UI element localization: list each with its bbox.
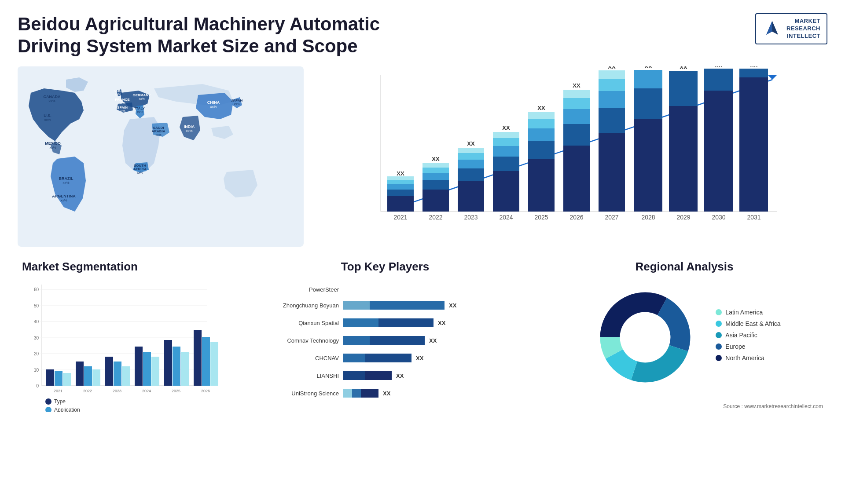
svg-text:xx%: xx% bbox=[137, 110, 143, 113]
svg-text:XX: XX bbox=[438, 320, 446, 326]
legend-north-america: North America bbox=[716, 354, 780, 362]
svg-text:MEXICO: MEXICO bbox=[45, 141, 61, 146]
svg-rect-85 bbox=[599, 70, 625, 79]
svg-text:ARABIA: ARABIA bbox=[151, 129, 165, 133]
svg-rect-142 bbox=[210, 342, 218, 386]
svg-text:XX: XX bbox=[715, 66, 723, 69]
svg-text:CHINA: CHINA bbox=[207, 100, 220, 105]
svg-rect-60 bbox=[493, 171, 519, 212]
svg-text:XX: XX bbox=[396, 373, 404, 379]
bar-chart-section: XX 2021 XX 2022 XX 2023 bbox=[312, 66, 827, 247]
legend-label-latin: Latin America bbox=[725, 309, 763, 316]
svg-text:Application: Application bbox=[54, 407, 80, 412]
svg-text:Comnav Technology: Comnav Technology bbox=[287, 337, 339, 344]
svg-rect-69 bbox=[528, 128, 555, 141]
svg-marker-1 bbox=[766, 21, 772, 35]
svg-text:XX: XX bbox=[383, 390, 391, 397]
svg-rect-141 bbox=[202, 337, 210, 386]
svg-rect-129 bbox=[114, 362, 121, 386]
svg-rect-120 bbox=[46, 369, 54, 386]
svg-text:xx%: xx% bbox=[155, 133, 161, 136]
svg-rect-98 bbox=[704, 69, 733, 91]
svg-text:XX: XX bbox=[537, 105, 545, 111]
svg-text:2022: 2022 bbox=[429, 214, 442, 221]
svg-rect-159 bbox=[343, 318, 378, 327]
svg-text:xx%: xx% bbox=[186, 129, 192, 133]
svg-rect-88 bbox=[634, 119, 662, 212]
svg-rect-46 bbox=[422, 190, 449, 212]
svg-rect-75 bbox=[563, 124, 590, 146]
legend-list: Latin America Middle East & Africa Asia … bbox=[716, 309, 780, 366]
svg-text:XX: XX bbox=[644, 66, 652, 69]
svg-rect-82 bbox=[599, 108, 625, 133]
svg-text:XX: XX bbox=[502, 124, 510, 131]
svg-text:2026: 2026 bbox=[569, 214, 583, 221]
svg-rect-81 bbox=[599, 133, 625, 212]
svg-text:xx%: xx% bbox=[119, 102, 125, 105]
svg-text:JAPAN: JAPAN bbox=[231, 99, 243, 102]
legend-label-apac: Asia Pacific bbox=[725, 332, 757, 339]
svg-text:2027: 2027 bbox=[605, 214, 618, 221]
players-title: Top Key Players bbox=[246, 260, 524, 274]
legend-label-europe: Europe bbox=[725, 343, 745, 350]
svg-rect-77 bbox=[563, 98, 590, 109]
logo: MARKET RESEARCH INTELLECT bbox=[755, 13, 827, 44]
svg-text:ARGENTINA: ARGENTINA bbox=[52, 194, 76, 198]
svg-rect-78 bbox=[563, 90, 590, 98]
svg-text:xx%: xx% bbox=[60, 198, 67, 202]
svg-text:0: 0 bbox=[36, 383, 39, 388]
bar-chart-svg: XX 2021 XX 2022 XX 2023 bbox=[312, 66, 827, 242]
svg-text:XX: XX bbox=[397, 170, 404, 177]
svg-rect-136 bbox=[164, 340, 172, 386]
legend-dot-mea bbox=[716, 321, 722, 327]
source-text: Source : www.marketresearchintellect.com bbox=[546, 403, 823, 409]
svg-text:xx%: xx% bbox=[49, 146, 56, 150]
svg-text:XX: XX bbox=[573, 82, 580, 89]
svg-text:LIANSHI: LIANSHI bbox=[316, 373, 339, 379]
svg-rect-140 bbox=[194, 330, 202, 386]
regional-section: Regional Analysis bbox=[541, 256, 827, 436]
svg-text:2021: 2021 bbox=[54, 389, 62, 393]
legend-dot-apac bbox=[716, 332, 722, 338]
svg-rect-40 bbox=[387, 190, 414, 196]
svg-text:SPAIN: SPAIN bbox=[117, 106, 128, 110]
svg-rect-89 bbox=[634, 88, 662, 119]
svg-rect-71 bbox=[528, 112, 555, 119]
svg-rect-67 bbox=[528, 159, 555, 212]
legend-dot-na bbox=[716, 355, 722, 361]
svg-text:50: 50 bbox=[34, 303, 39, 308]
svg-text:XX: XX bbox=[467, 140, 475, 147]
svg-rect-61 bbox=[493, 157, 519, 171]
svg-text:XX: XX bbox=[449, 302, 457, 309]
svg-rect-121 bbox=[55, 371, 62, 386]
svg-text:FRANCE: FRANCE bbox=[115, 98, 130, 102]
svg-text:2024: 2024 bbox=[499, 214, 513, 221]
svg-rect-76 bbox=[563, 109, 590, 124]
svg-text:30: 30 bbox=[34, 336, 39, 340]
svg-text:2023: 2023 bbox=[464, 214, 478, 221]
svg-text:40: 40 bbox=[34, 319, 39, 324]
svg-text:XX: XX bbox=[432, 156, 440, 162]
svg-text:XX: XX bbox=[416, 355, 424, 362]
svg-text:XX: XX bbox=[429, 337, 437, 344]
svg-text:2031: 2031 bbox=[747, 214, 760, 221]
svg-rect-128 bbox=[105, 357, 113, 386]
legend-dot-latin bbox=[716, 309, 722, 315]
svg-text:CHCNAV: CHCNAV bbox=[315, 355, 339, 362]
svg-text:GERMANY: GERMANY bbox=[133, 93, 151, 97]
world-map: CANADA xx% U.S. xx% MEXICO xx% BRAZIL xx… bbox=[18, 66, 304, 247]
svg-text:10: 10 bbox=[34, 368, 39, 373]
svg-text:2022: 2022 bbox=[83, 389, 92, 393]
legend-dot-europe bbox=[716, 343, 722, 350]
svg-point-146 bbox=[45, 407, 51, 412]
svg-text:20: 20 bbox=[34, 351, 39, 356]
svg-rect-133 bbox=[143, 352, 151, 386]
svg-text:Type: Type bbox=[54, 398, 66, 405]
svg-text:60: 60 bbox=[34, 287, 39, 292]
svg-rect-101 bbox=[739, 77, 768, 212]
svg-rect-155 bbox=[343, 301, 370, 310]
svg-rect-171 bbox=[343, 371, 365, 380]
svg-point-144 bbox=[45, 398, 51, 405]
legend-latin-america: Latin America bbox=[716, 309, 780, 316]
svg-text:PowerSteer: PowerSteer bbox=[309, 286, 339, 293]
